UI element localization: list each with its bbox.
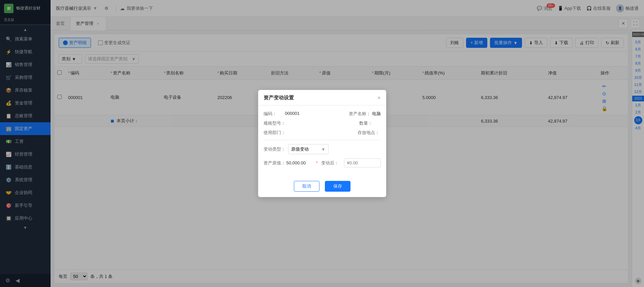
spec-label: 规格型号： <box>264 120 285 126</box>
location-field: 存放地点： <box>358 130 381 136</box>
dept-label: 使用部门： <box>264 130 285 136</box>
dept-field: 使用部门： <box>264 130 287 136</box>
spec-field: 规格型号： <box>264 120 287 126</box>
dialog-title: 资产变动设置 <box>264 95 294 101</box>
code-value: 000001 <box>285 111 300 117</box>
asset-name-value: 电脑 <box>372 111 381 117</box>
code-label: 编码： <box>264 111 284 117</box>
dialog-body: 编码： 000001 资产名称： 电脑 规格型号： 数量： <box>258 105 386 177</box>
dialog-row-3: 使用部门： 存放地点： <box>264 130 381 136</box>
change-type-dropdown-icon: ▼ <box>321 147 326 152</box>
change-type-select[interactable]: 原值变动 ▼ <box>288 144 329 154</box>
asset-value: 50,000.00 <box>286 160 313 165</box>
change-type-label: 变动类型： <box>264 146 285 152</box>
asset-change-dialog: 资产变动设置 × 编码： 000001 资产名称： 电脑 规格型号： <box>258 90 386 197</box>
dialog-divider-1 <box>264 140 381 140</box>
quantity-field: 数量： <box>359 120 381 126</box>
change-type-row: 变动类型： 原值变动 ▼ <box>264 144 381 154</box>
asset-name-label: 资产名称： <box>349 111 371 117</box>
change-type-value: 原值变动 <box>291 146 309 152</box>
quantity-label: 数量： <box>359 120 379 126</box>
dialog-row-1: 编码： 000001 资产名称： 电脑 <box>264 111 381 117</box>
modal-overlay: 资产变动设置 × 编码： 000001 资产名称： 电脑 规格型号： <box>0 0 644 287</box>
after-change-required: * <box>316 160 318 165</box>
name-field: 资产名称： 电脑 <box>349 111 381 117</box>
asset-value-label: 资产原值： <box>264 160 284 166</box>
dialog-footer: 取消 保存 <box>258 177 386 197</box>
after-change-label: 变动后： <box>321 160 341 166</box>
cancel-button[interactable]: 取消 <box>294 181 319 192</box>
code-field: 编码： 000001 <box>264 111 300 117</box>
dialog-header: 资产变动设置 × <box>258 90 386 105</box>
location-label: 存放地点： <box>358 130 379 136</box>
after-change-input[interactable] <box>344 158 381 167</box>
asset-value-row: 资产原值： 50,000.00 * 变动后： <box>264 158 381 167</box>
dialog-close-icon[interactable]: × <box>377 95 380 101</box>
dialog-row-2: 规格型号： 数量： <box>264 120 381 126</box>
save-button[interactable]: 保存 <box>325 181 350 192</box>
